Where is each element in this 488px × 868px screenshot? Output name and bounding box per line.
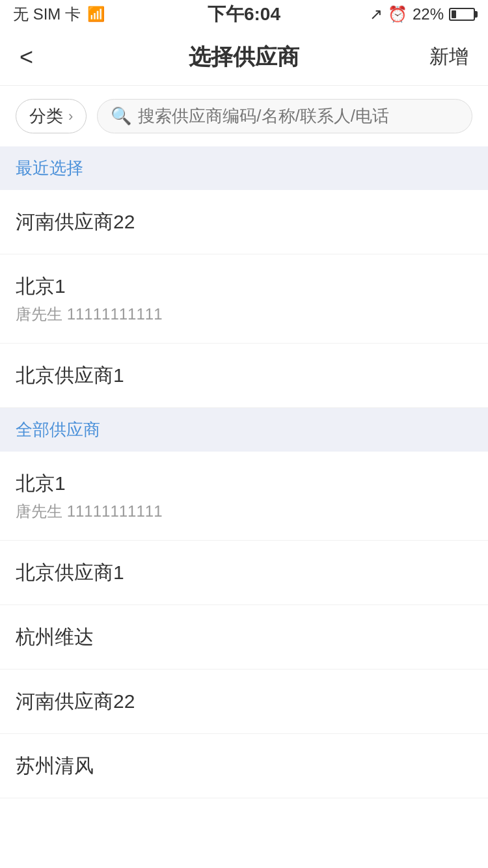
status-left: 无 SIM 卡 📶 [13,4,105,25]
list-item[interactable]: 杭州维达 [0,605,488,670]
item-sub: 唐先生 11111111111 [16,304,472,325]
category-button[interactable]: 分类 › [16,99,87,133]
item-name: 河南供应商22 [16,208,472,236]
search-box: 🔍 [97,99,472,133]
recent-list: 河南供应商22北京1唐先生 11111111111北京供应商1 [0,190,488,408]
all-section-label: 全部供应商 [16,420,100,439]
filter-bar: 分类 › 🔍 [0,86,488,146]
search-input[interactable] [138,106,459,126]
item-name: 北京1 [16,470,472,497]
status-time: 下午6:04 [208,2,280,27]
item-name: 杭州维达 [16,623,472,651]
battery-percent: 22% [413,5,444,23]
list-item[interactable]: 北京供应商1 [0,541,488,605]
all-list: 北京1唐先生 11111111111北京供应商1杭州维达河南供应商22苏州清风 [0,452,488,798]
item-name: 北京供应商1 [16,559,472,586]
wifi-icon: 📶 [87,6,105,23]
status-right: ↗ ⏰ 22% [370,5,475,23]
location-icon: ↗ [370,5,383,23]
add-button[interactable]: 新增 [416,44,468,70]
all-section-header: 全部供应商 [0,408,488,452]
list-item[interactable]: 北京1唐先生 11111111111 [0,254,488,344]
alarm-icon: ⏰ [388,5,407,23]
list-item[interactable]: 河南供应商22 [0,670,488,734]
recent-section-header: 最近选择 [0,146,488,190]
category-label: 分类 [29,105,63,128]
item-name: 北京1 [16,273,472,300]
back-button[interactable]: < [20,44,72,71]
nav-bar: < 选择供应商 新增 [0,29,488,86]
search-icon: 🔍 [111,106,131,126]
item-name: 北京供应商1 [16,362,472,389]
list-item[interactable]: 北京1唐先生 11111111111 [0,452,488,541]
list-item[interactable]: 北京供应商1 [0,344,488,408]
item-name: 河南供应商22 [16,688,472,715]
item-name: 苏州清风 [16,752,472,780]
list-item[interactable]: 河南供应商22 [0,190,488,254]
battery-icon [449,8,475,21]
carrier-text: 无 SIM 卡 [13,4,81,25]
page-title: 选择供应商 [72,42,416,72]
status-bar: 无 SIM 卡 📶 下午6:04 ↗ ⏰ 22% [0,0,488,29]
item-sub: 唐先生 11111111111 [16,501,472,522]
recent-section-label: 最近选择 [16,158,83,178]
list-item[interactable]: 苏州清风 [0,734,488,798]
chevron-right-icon: › [68,108,73,125]
